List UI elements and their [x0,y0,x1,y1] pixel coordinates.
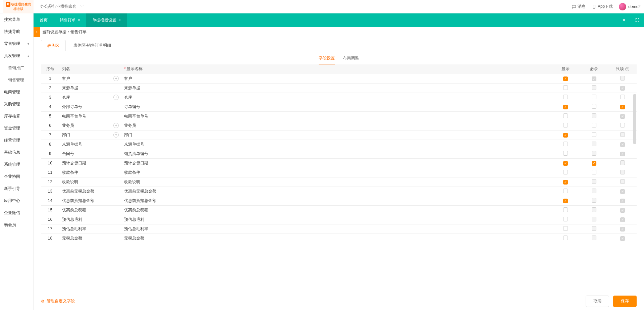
checkbox-readonly[interactable] [620,105,625,109]
checkbox-show[interactable] [563,199,568,203]
checkbox-show[interactable] [563,95,568,99]
cell-display-name[interactable]: 无税总金额 [121,234,551,243]
add-sub-field-button[interactable]: + [113,123,119,128]
checkbox-readonly[interactable] [620,95,625,99]
vertical-scrollbar[interactable] [633,94,636,287]
checkbox-readonly [620,208,625,213]
cell-display-name[interactable]: 部门 [121,130,551,140]
add-sub-field-button[interactable]: + [113,95,119,100]
sidebar-item[interactable]: 快捷导航 [0,25,33,38]
cell-display-name[interactable]: 来源单据 [121,83,551,93]
checkbox-show[interactable] [563,236,568,240]
cell-name: 客户+ [59,74,121,83]
field-name: 优惠前折扣总金额 [62,198,94,204]
sidebar-item[interactable]: 应用中心 [0,195,33,207]
tabbar-close-button[interactable]: ✕ [617,13,631,27]
sidebar-item[interactable]: 资金管理 [0,122,33,134]
checkbox-required[interactable] [592,132,596,137]
checkbox-required[interactable] [592,161,596,166]
cell-display-name[interactable]: 收款条件 [121,168,551,177]
cell-display-name[interactable]: 优惠前总税额 [121,205,551,215]
cell-readonly [608,158,637,168]
sidebar-item[interactable]: 采购管理 [0,98,33,110]
checkbox-show[interactable] [563,207,568,212]
checkbox-show[interactable] [563,189,568,193]
sidebar-item[interactable]: 基础信息 [0,146,33,158]
checkbox-show[interactable] [563,170,568,174]
app-download-button[interactable]: App下载 [592,4,613,9]
sidebar-item[interactable]: 库存核算 [0,110,33,122]
cell-display-name[interactable]: 预估总毛利 [121,215,551,224]
cell-display-name[interactable]: 优惠前折扣总金额 [121,196,551,205]
subnav-item[interactable]: 布局调整 [343,55,359,64]
checkbox-show[interactable] [563,180,568,185]
cell-display-name[interactable]: 来源单据号 [121,140,551,149]
cell-display-name[interactable]: 预估总毛利率 [121,224,551,234]
sidebar-item[interactable]: 零售管理▾ [0,38,33,50]
save-button[interactable]: 保存 [613,296,637,307]
checkbox-readonly[interactable] [620,123,625,127]
checkbox-show[interactable] [563,133,568,138]
checkbox-required[interactable] [592,95,596,99]
checkbox-show[interactable] [563,85,568,90]
checkbox-show[interactable] [563,217,568,221]
checkbox-required[interactable] [592,170,596,174]
checkbox-show[interactable] [563,142,568,146]
checkbox-show[interactable] [563,76,568,81]
avatar[interactable] [619,3,626,10]
section-tab[interactable]: 表体区-销售订单明细 [67,40,117,51]
checkbox-show[interactable] [563,161,568,166]
logo-mark-icon: b [6,2,10,7]
sidebar-item[interactable]: 经营管理 [0,134,33,146]
cell-display-name[interactable]: 电商平台单号 [121,111,551,121]
sidebar-item[interactable]: 新手引导 [0,183,33,195]
fullscreen-button[interactable] [631,13,644,27]
checkbox-required[interactable] [592,104,596,109]
checkbox-show[interactable] [563,123,568,127]
sidebar-item[interactable]: 批发管理▴ [0,50,33,62]
sidebar-subitem[interactable]: 销售管理 [0,74,33,86]
add-sub-field-button[interactable]: + [113,76,119,81]
sidebar-item[interactable]: 电商管理 [0,86,33,98]
account-selector-label: 办公品行业模拟账套 [40,4,76,9]
checkbox-show[interactable] [563,105,568,109]
main-tab[interactable]: 首页 [34,13,54,27]
section-tab[interactable]: 表头区 [41,40,66,51]
sidebar-subitem[interactable]: 营销推广 [0,62,33,74]
main-tab[interactable]: 单据模板设置× [86,13,127,27]
cell-display-name[interactable]: 优惠前无税总金额 [121,187,551,196]
messages-label: 消息 [578,4,586,9]
checkbox-required[interactable] [592,123,596,127]
checkbox-readonly [620,152,625,156]
cell-display-name[interactable]: 预计交货日期 [121,158,551,168]
checkbox-show[interactable] [563,113,568,118]
cell-display-name[interactable]: 订单编号 [121,102,551,111]
cell-display-name[interactable]: 销货清单编号 [121,149,551,158]
checkbox-readonly [620,142,625,147]
sidebar-item[interactable]: 搜索菜单 [0,13,33,25]
add-sub-field-button[interactable]: + [113,132,119,138]
sidebar-item[interactable]: 企业微信 [0,207,33,219]
cell-display-name[interactable]: 客户 [121,74,551,83]
checkbox-show[interactable] [563,226,568,231]
messages-button[interactable]: 消息 [572,4,586,9]
close-icon[interactable]: × [78,18,80,22]
cancel-button[interactable]: 取消 [586,296,609,307]
logo[interactable]: b 畅捷通好生意 标准版 [3,0,34,13]
checkbox-show[interactable] [563,151,568,156]
manage-custom-fields-link[interactable]: ⚙ 管理自定义字段 [41,298,75,304]
help-icon[interactable]: ? [625,67,629,71]
sidebar-item[interactable]: 企业协同 [0,170,33,183]
main-tab[interactable]: 销售订单× [54,13,86,27]
banner-collapse-handle[interactable]: › [34,27,40,37]
scrollbar-thumb[interactable] [633,94,636,144]
sidebar-item[interactable]: 系统管理 [0,158,33,170]
account-selector[interactable]: 办公品行业模拟账套 ﹀ [40,4,84,9]
subnav-item[interactable]: 字段设置 [319,55,335,64]
sidebar-item[interactable]: 畅会员 [0,219,33,231]
cell-display-name[interactable]: 收款说明 [121,177,551,187]
cell-display-name[interactable]: 仓库 [121,93,551,102]
close-icon[interactable]: × [118,18,121,22]
cell-display-name[interactable]: 业务员 [121,121,551,130]
username[interactable]: demo2 [628,4,641,9]
